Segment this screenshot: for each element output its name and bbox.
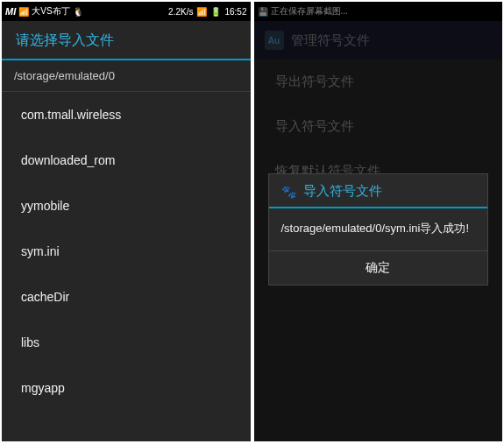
status-left: MI 📶 大VS布丁 🐧 (5, 5, 83, 18)
signal-icon: 📶 (18, 7, 29, 17)
import-success-dialog: 🐾 导入符号文件 /storage/emulated/0/sym.ini导入成功… (268, 173, 489, 285)
file-item[interactable]: libs (2, 320, 251, 365)
file-item[interactable]: yymobile (2, 183, 251, 229)
carrier-text: 大VS布丁 (32, 5, 69, 18)
mi-logo: MI (5, 6, 16, 17)
battery-icon: 🔋 (210, 7, 221, 17)
file-picker-header: 请选择导入文件 (2, 21, 251, 60)
phone-left: MI 📶 大VS布丁 🐧 2.2K/s 📶 🔋 16:52 请选择导入文件 /s… (2, 2, 251, 441)
file-picker-title: 请选择导入文件 (16, 32, 237, 50)
clock-time: 16:52 (224, 7, 246, 17)
qq-icon: 🐧 (73, 7, 83, 17)
file-item[interactable]: mgyapp (2, 365, 251, 411)
dialog-message: /storage/emulated/0/sym.ini导入成功! (269, 208, 488, 250)
paw-icon: 🐾 (281, 185, 296, 199)
file-item[interactable]: sym.ini (2, 229, 251, 274)
status-bar-left: MI 📶 大VS布丁 🐧 2.2K/s 📶 🔋 16:52 (2, 2, 251, 21)
ok-button[interactable]: 确定 (269, 250, 488, 285)
current-path[interactable]: /storage/emulated/0 (2, 60, 251, 92)
network-speed: 2.2K/s (168, 7, 193, 17)
file-list: com.tmall.wireless downloaded_rom yymobi… (2, 92, 251, 411)
file-item[interactable]: com.tmall.wireless (2, 92, 251, 137)
phone-right: 💾 正在保存屏幕截图... Au 管理符号文件 导出符号文件 导入符号文件 恢复… (254, 2, 503, 441)
dialog-header: 🐾 导入符号文件 (269, 174, 488, 208)
dialog-title: 导入符号文件 (303, 183, 382, 200)
file-item[interactable]: cacheDir (2, 274, 251, 320)
status-right: 2.2K/s 📶 🔋 16:52 (168, 7, 246, 17)
wifi-icon: 📶 (196, 7, 207, 17)
file-item[interactable]: downloaded_rom (2, 137, 251, 183)
